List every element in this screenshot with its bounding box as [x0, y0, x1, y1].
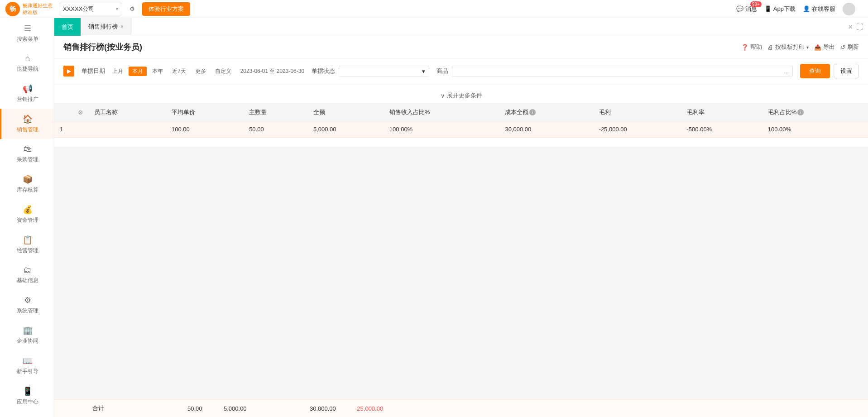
- refresh-button[interactable]: ↺ 刷新: [840, 43, 859, 51]
- tab-close-icon[interactable]: ×: [120, 24, 124, 30]
- th-name: 员工名称: [89, 104, 166, 121]
- sidebar-item-label: 经营管理: [17, 247, 38, 254]
- th-rank: [54, 104, 72, 121]
- app-logo: 畅 畅康通好生意 标准版: [5, 2, 55, 16]
- download-icon: 📱: [764, 5, 772, 12]
- sidebar-item-label: 新手引导: [17, 368, 38, 375]
- cell-main-qty: 50.00: [244, 121, 308, 138]
- print-icon: 🖨: [767, 44, 773, 51]
- top-bar: 畅 畅康通好生意 标准版 XXXXX公司 ▾ ⚙ 体验行业方案 💬 消息 99+…: [0, 0, 868, 18]
- tab-close-all-icon[interactable]: ×: [849, 23, 853, 31]
- sidebar-item-inventory[interactable]: 📦 库存核算: [0, 169, 54, 199]
- date-option-last-month[interactable]: 上月: [109, 67, 127, 76]
- date-filter-label: 单据日期: [82, 67, 105, 75]
- tab-bar-actions: × ⛶: [849, 23, 868, 31]
- sidebar-item-label: 库存核算: [17, 186, 38, 194]
- filter-settings-button[interactable]: 设置: [834, 64, 859, 78]
- sidebar-item-baseinfo[interactable]: 🗂 基础信息: [0, 260, 54, 290]
- cell-gross-profit: -25,000.00: [594, 121, 681, 138]
- page-inner: 销售排行榜(按业务员) ❓ 帮助 🖨 按模板打印 ▾: [54, 36, 868, 147]
- topbar-settings-button[interactable]: ⚙: [126, 3, 139, 15]
- grosspct-info-icon[interactable]: i: [797, 109, 804, 115]
- sidebar-item-system[interactable]: ⚙ 系统管理: [0, 290, 54, 320]
- date-option-this-month[interactable]: 本月: [129, 67, 147, 76]
- marketing-icon: 📢: [23, 84, 33, 94]
- tab-maximize-icon[interactable]: ⛶: [856, 23, 863, 31]
- sidebar-item-operations[interactable]: 📋 经营管理: [0, 230, 54, 260]
- expand-more-bar: ∨ 展开更多条件: [54, 84, 868, 104]
- print-button[interactable]: 🖨 按模板打印 ▾: [767, 43, 809, 51]
- status-filter: 单据状态 ▾: [312, 66, 429, 77]
- baseinfo-icon: 🗂: [24, 265, 32, 275]
- date-option-more[interactable]: 更多: [192, 67, 210, 76]
- table-footer: 合计 50.00 5,000.00 30,000.00 -25,000.00: [54, 399, 868, 417]
- sidebar-item-wechat[interactable]: 💬 企业微信: [0, 411, 54, 417]
- tab-home[interactable]: 首页: [54, 18, 81, 36]
- status-select[interactable]: ▾: [339, 66, 429, 77]
- date-option-this-year[interactable]: 本年: [149, 67, 167, 76]
- sidebar-item-marketing[interactable]: 📢 营销推广: [0, 78, 54, 109]
- th-main-qty: 主数量: [244, 104, 308, 121]
- company-name: XXXXX公司: [63, 5, 114, 13]
- cost-info-icon[interactable]: i: [529, 109, 536, 115]
- th-gross-pct: 毛利占比% i: [762, 104, 868, 121]
- app-download-button[interactable]: 📱 App下载: [764, 5, 796, 13]
- print-caret-icon: ▾: [806, 45, 809, 50]
- sidebar-item-label: 资金管理: [17, 216, 38, 224]
- th-gross-profit: 毛利: [594, 104, 681, 121]
- column-settings-icon[interactable]: ⚙: [78, 109, 83, 116]
- expand-more-button[interactable]: ∨ 展开更多条件: [441, 91, 482, 100]
- tab-home-label: 首页: [62, 23, 73, 31]
- purchase-icon: 🛍: [24, 144, 32, 154]
- expand-more-label: 展开更多条件: [447, 91, 482, 100]
- sidebar-item-quicknav[interactable]: ⌂ 快捷导航: [0, 48, 54, 78]
- sidebar-item-purchase[interactable]: 🛍 采购管理: [0, 139, 54, 169]
- service-icon: 👤: [803, 5, 810, 12]
- cell-name: [89, 121, 166, 138]
- user-avatar[interactable]: [843, 3, 855, 15]
- data-table: ⚙ 员工名称 平均单价 主数量 全额 销售收入占比% 成本: [54, 104, 868, 138]
- th-amount: 全额: [308, 104, 384, 121]
- cell-sales-pct: 100.00%: [384, 121, 500, 138]
- table-header-row: ⚙ 员工名称 平均单价 主数量 全额 销售收入占比% 成本: [54, 104, 868, 121]
- tab-bar: 首页 销售排行榜 × × ⛶: [54, 18, 868, 36]
- query-button[interactable]: 查询: [800, 64, 830, 78]
- footer-amount: 5,000.00: [224, 405, 264, 412]
- date-range-label: 2023-06-01 至 2023-06-30: [240, 67, 304, 75]
- th-settings: ⚙: [72, 104, 89, 121]
- goods-more-link[interactable]: ...: [784, 68, 789, 75]
- help-icon: ❓: [741, 44, 748, 51]
- cell-rank: 1: [54, 121, 72, 138]
- date-option-custom[interactable]: 自定义: [211, 67, 235, 76]
- home-icon: ⌂: [25, 54, 30, 63]
- notification-button[interactable]: 💬 消息 99+: [736, 5, 757, 13]
- tab-sales-rank-label: 销售排行榜: [88, 23, 118, 31]
- filter-toggle-button[interactable]: ▶: [63, 66, 74, 77]
- table-head: ⚙ 员工名称 平均单价 主数量 全额 销售收入占比% 成本: [54, 104, 868, 121]
- sidebar-item-sales[interactable]: 🏠 销售管理: [0, 109, 54, 139]
- sidebar-item-label: 快捷导航: [17, 65, 38, 73]
- sidebar-item-appcenter[interactable]: 📱 应用中心: [0, 381, 54, 411]
- notification-badge: 99+: [750, 1, 762, 7]
- cell-gross-pct: 100.00%: [762, 121, 868, 138]
- sidebar-item-newbie[interactable]: 📖 新手引导: [0, 350, 54, 381]
- cell-avg-price: 100.00: [166, 121, 244, 138]
- sidebar-item-finance[interactable]: 💰 资金管理: [0, 199, 54, 230]
- help-button[interactable]: ❓ 帮助: [741, 43, 762, 51]
- sidebar-item-search[interactable]: ☰ 搜索菜单: [0, 18, 54, 48]
- footer-row: 合计 50.00 5,000.00 30,000.00 -25,000.00: [60, 404, 863, 412]
- inventory-icon: 📦: [23, 174, 33, 184]
- sidebar-item-label: 应用中心: [17, 398, 38, 406]
- company-selector[interactable]: XXXXX公司 ▾: [59, 3, 122, 15]
- logo-icon: 畅: [5, 2, 20, 16]
- date-option-last7[interactable]: 近7天: [168, 67, 190, 76]
- page-header-actions: ❓ 帮助 🖨 按模板打印 ▾ 📤 导出: [741, 43, 859, 51]
- export-button[interactable]: 📤 导出: [814, 43, 835, 51]
- online-service-button[interactable]: 👤 在线客服: [803, 5, 835, 13]
- sidebar-item-enterprise[interactable]: 🏢 企业协同: [0, 320, 54, 350]
- goods-filter: 商品 ...: [436, 66, 793, 77]
- tab-sales-rank[interactable]: 销售排行榜 ×: [81, 18, 131, 36]
- trial-button[interactable]: 体验行业方案: [142, 2, 190, 16]
- search-menu-icon: ☰: [24, 24, 31, 34]
- goods-input[interactable]: ...: [452, 66, 793, 77]
